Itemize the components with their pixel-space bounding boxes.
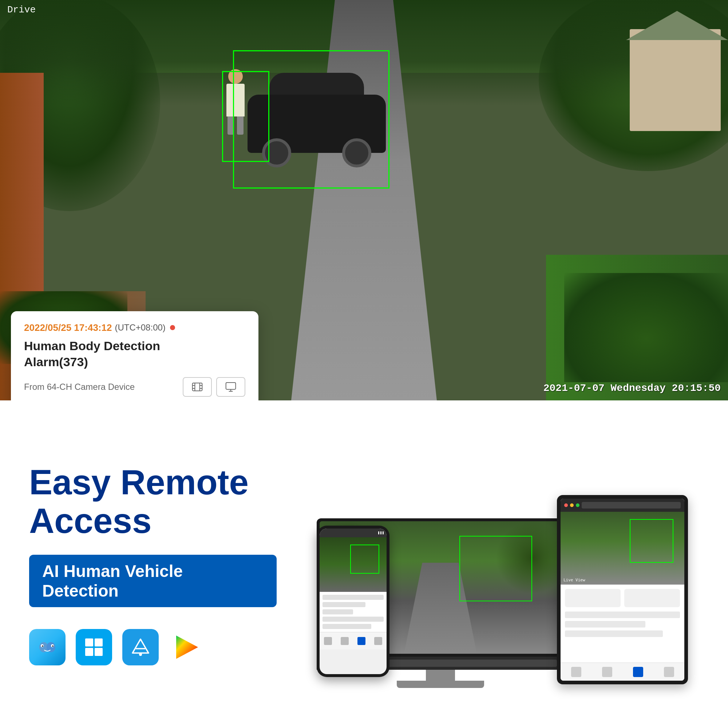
left-content: Easy Remote Access AI Human Vehicle Dete… [29, 463, 277, 665]
appstore-platform-icon[interactable] [122, 629, 159, 665]
svg-rect-0 [193, 383, 202, 391]
camera-section: Drive 2021-07-07 Wednesday 20:15:50 2022… [0, 0, 728, 401]
windows-icon [84, 637, 104, 658]
alarm-time-row: 2022/05/25 17:43:12 (UTC+08:00) [24, 322, 245, 333]
phone-device [317, 526, 390, 677]
monitor-neck [426, 670, 455, 681]
bottom-section: Easy Remote Access AI Human Vehicle Dete… [0, 401, 728, 728]
phone-screen [320, 529, 387, 674]
svg-rect-7 [226, 382, 236, 390]
googleplay-platform-icon[interactable] [169, 629, 205, 665]
alarm-footer: From 64-CH Camera Device [24, 377, 245, 397]
monitor-icon [225, 381, 237, 393]
svg-rect-20 [95, 648, 102, 656]
vegetation-right-low [564, 273, 728, 382]
camera-timestamp: 2021-07-07 Wednesday 20:15:50 [543, 382, 721, 394]
mac-platform-icon[interactable] [29, 629, 66, 665]
main-title: Easy Remote Access [29, 463, 277, 540]
monitor-base [397, 681, 484, 688]
subtitle-badge: AI Human Vehicle Detection [29, 555, 277, 607]
house-right [630, 29, 721, 131]
alarm-time-value: 2022/05/25 17:43:12 [24, 322, 112, 333]
svg-point-16 [52, 645, 54, 647]
detection-box-vehicle [233, 50, 390, 188]
svg-marker-23 [176, 636, 198, 659]
appstore-icon [130, 637, 151, 658]
tablet-device: Live View [557, 495, 688, 684]
alarm-indicator-dot [170, 325, 175, 330]
alarm-time-utc: (UTC+08:00) [115, 323, 165, 333]
alarm-card: 2022/05/25 17:43:12 (UTC+08:00) Human Bo… [11, 311, 258, 401]
svg-rect-17 [85, 638, 93, 647]
view-live-button[interactable] [216, 377, 245, 397]
alarm-source: From 64-CH Camera Device [24, 382, 135, 392]
finder-icon [37, 636, 58, 658]
windows-platform-icon[interactable] [76, 629, 112, 665]
view-video-button[interactable] [183, 377, 212, 397]
svg-point-15 [42, 645, 43, 647]
right-content: 2021-07-07 We... [298, 422, 699, 706]
svg-point-12 [47, 642, 55, 652]
film-icon [191, 381, 203, 393]
svg-rect-18 [95, 638, 102, 647]
googleplay-icon [173, 633, 202, 662]
svg-point-22 [139, 653, 142, 656]
alarm-buttons [183, 377, 245, 397]
mini-detection-box [459, 536, 532, 601]
svg-rect-19 [85, 648, 93, 656]
drive-label: Drive [7, 5, 36, 15]
alarm-title: Human Body Detection Alarm(373) [24, 338, 245, 370]
platform-icons [29, 629, 277, 665]
